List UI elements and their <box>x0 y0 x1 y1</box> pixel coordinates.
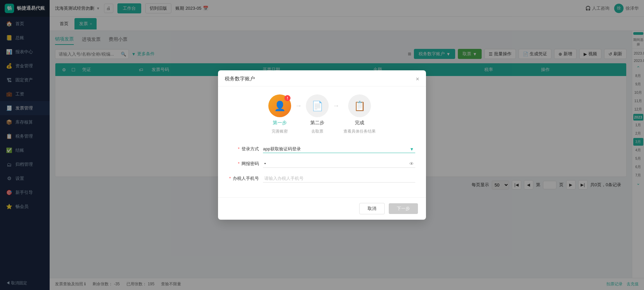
login-method-row: * 登录方式 app获取验证码登录 ▼ <box>229 145 415 153</box>
cancel-button[interactable]: 取消 <box>359 203 385 214</box>
step-2-icon-wrap: 📄 <box>306 94 329 117</box>
dialog-close-button[interactable]: × <box>416 76 419 82</box>
dialog-footer: 取消 下一步 <box>218 197 426 220</box>
step-1-icon: 👤 <box>274 100 286 112</box>
step-1-title: 第一步 <box>273 120 287 126</box>
step-1-icon-wrap: 👤 ! <box>268 94 291 117</box>
step-3-icon-wrap: 📋 <box>348 94 371 117</box>
phone-label: * 办税人手机号 <box>229 175 259 182</box>
dialog-header: 税务数字账户 × <box>218 70 426 86</box>
password-row: * 网报密码 👁 <box>229 160 415 168</box>
step-2-desc: 去取票 <box>311 129 323 134</box>
next-button[interactable]: 下一步 <box>389 203 418 214</box>
login-method-select[interactable]: app获取验证码登录 <box>263 145 415 153</box>
login-method-control: app获取验证码登录 ▼ <box>263 145 415 153</box>
step-arrow-1: → <box>295 94 302 110</box>
eye-toggle-icon[interactable]: 👁 <box>409 161 414 166</box>
tax-account-dialog: 税务数字账户 × 👤 ! 第一步 完善账密 → <box>218 70 426 220</box>
dialog-overlay: 税务数字账户 × 👤 ! 第一步 完善账密 → <box>0 0 644 290</box>
login-method-label: * 登录方式 <box>229 146 259 152</box>
phone-input[interactable] <box>263 174 415 183</box>
dialog-body: 👤 ! 第一步 完善账密 → 📄 第二步 去取票 → <box>218 86 426 197</box>
step-1-desc: 完善账密 <box>272 129 288 134</box>
step-1: 👤 ! 第一步 完善账密 <box>268 94 291 134</box>
phone-row: * 办税人手机号 <box>229 174 415 183</box>
step-3-desc: 查看具体任务结果 <box>343 129 376 134</box>
password-input[interactable] <box>263 160 415 168</box>
step-3: 📋 完成 查看具体任务结果 <box>343 94 376 134</box>
step-3-title: 完成 <box>355 120 364 126</box>
phone-control <box>263 174 415 183</box>
password-control: 👁 <box>263 160 415 168</box>
step-2-icon: 📄 <box>312 100 323 112</box>
step-2: 📄 第二步 去取票 <box>306 94 329 134</box>
step-arrow-2: → <box>333 94 339 110</box>
password-label: * 网报密码 <box>229 161 259 167</box>
steps-indicator: 👤 ! 第一步 完善账密 → 📄 第二步 去取票 → <box>229 94 415 134</box>
step-3-icon: 📋 <box>354 100 366 112</box>
dialog-title: 税务数字账户 <box>225 76 255 82</box>
step-2-title: 第二步 <box>310 120 324 126</box>
step-1-badge: ! <box>284 95 290 101</box>
